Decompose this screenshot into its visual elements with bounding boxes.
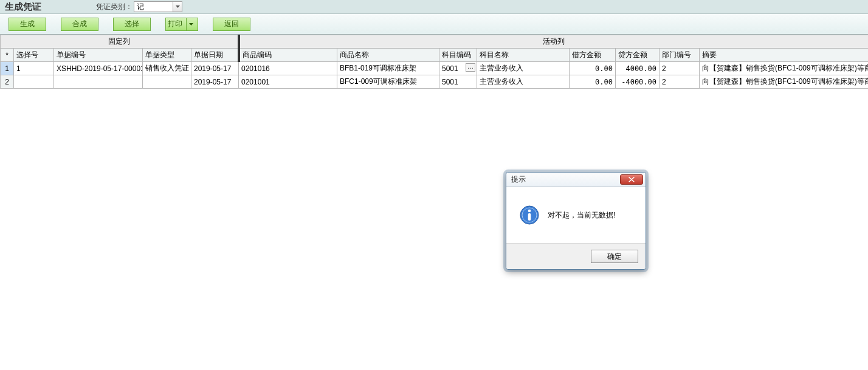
cell-credit[interactable]: -4000.00 (616, 75, 660, 89)
compose-button[interactable]: 合成 (61, 18, 98, 31)
col-product-name[interactable]: 商品名称 (337, 49, 439, 62)
group-active-header: 活动列 (239, 35, 868, 49)
cell-product-name[interactable]: BFB1-019可调标准床架 (337, 62, 439, 75)
back-button[interactable]: 返回 (213, 18, 250, 31)
cell-product-code[interactable]: 0201001 (239, 75, 337, 89)
col-account-name[interactable]: 科目名称 (477, 49, 570, 62)
cell-bill-type[interactable]: 销售收入凭证 (143, 62, 191, 75)
cell-dept-no[interactable]: 2 (660, 62, 700, 75)
cell-bill-no[interactable]: XSHHD-2019-05-17-00001 (54, 62, 143, 75)
col-debit[interactable]: 借方金额 (570, 49, 616, 62)
voucher-type-label: 凭证类别： (96, 2, 133, 12)
dialog-body: 对不起，当前无数据! (506, 187, 646, 244)
close-button[interactable] (620, 174, 643, 185)
cell-select-no[interactable] (14, 75, 54, 89)
group-header-row: 固定列 活动列 (1, 35, 869, 49)
chevron-down-icon[interactable] (173, 2, 182, 12)
cell-debit[interactable]: 0.00 (570, 75, 616, 89)
data-grid: 固定列 活动列 * 选择号 单据编号 单据类型 单据日期 商品编码 商品名称 科… (0, 35, 868, 89)
row-index[interactable]: 2 (1, 75, 14, 89)
ok-button[interactable]: 确定 (591, 250, 638, 263)
close-icon (629, 177, 635, 182)
cell-select-no[interactable]: 1 (14, 62, 54, 75)
cell-credit[interactable]: 4000.00 (616, 62, 660, 75)
group-fixed-header: 固定列 (1, 35, 239, 49)
dialog-titlebar[interactable]: 提示 (506, 173, 646, 187)
chevron-down-icon[interactable] (186, 18, 196, 30)
cell-dept-no[interactable]: 2 (660, 75, 700, 89)
generate-button[interactable]: 生成 (9, 18, 46, 31)
cell-product-code[interactable]: 0201016 (239, 62, 337, 75)
col-bill-date[interactable]: 单据日期 (191, 49, 239, 62)
cell-account-name[interactable]: 主营业务收入 (477, 75, 570, 89)
select-button[interactable]: 选择 (113, 18, 151, 31)
print-button[interactable]: 打印 (165, 18, 198, 31)
dialog-title-text: 提示 (511, 174, 620, 185)
cell-debit[interactable]: 0.00 (570, 62, 616, 75)
col-account-code[interactable]: 科目编码 (439, 49, 477, 62)
cell-account-code[interactable]: 5001 … (439, 62, 477, 75)
svg-point-2 (528, 210, 531, 213)
cell-bill-date[interactable]: 2019-05-17 (191, 75, 239, 89)
column-header-row: * 选择号 单据编号 单据类型 单据日期 商品编码 商品名称 科目编码 科目名称… (1, 49, 869, 62)
cell-product-name[interactable]: BFC1-009可调标准床架 (337, 75, 439, 89)
col-bill-type[interactable]: 单据类型 (143, 49, 191, 62)
table-row[interactable]: 2 2019-05-17 0201001 BFC1-009可调标准床架 5001… (1, 75, 869, 89)
col-credit[interactable]: 贷方金额 (616, 49, 660, 62)
corner-cell: * (1, 49, 14, 62)
col-dept-no[interactable]: 部门编号 (660, 49, 700, 62)
page-title: 生成凭证 (5, 1, 41, 13)
cell-bill-type[interactable] (143, 75, 191, 89)
cell-summary[interactable]: 向【贺建森】销售换货(BFC1-009可调标准床架)等商 (700, 75, 868, 89)
cell-bill-no[interactable] (54, 75, 143, 89)
cell-summary[interactable]: 向【贺建森】销售换货(BFC1-009可调标准床架)等商 (700, 62, 868, 75)
dialog-footer: 确定 (506, 244, 646, 269)
col-product-code[interactable]: 商品编码 (239, 49, 337, 62)
cell-bill-date[interactable]: 2019-05-17 (191, 62, 239, 75)
dialog-message: 对不起，当前无数据! (548, 210, 615, 221)
row-index[interactable]: 1 (1, 62, 14, 75)
message-dialog: 提示 对不起，当前无数据! 确定 (506, 172, 646, 270)
info-icon (520, 205, 539, 225)
cell-account-name[interactable]: 主营业务收入 (477, 62, 570, 75)
toolbar: 生成 合成 选择 打印 返回 (0, 14, 868, 35)
svg-rect-3 (528, 213, 531, 221)
cell-account-code-value: 5001 (442, 64, 458, 73)
ellipsis-button[interactable]: … (466, 63, 475, 72)
cell-account-code[interactable]: 5001 (439, 75, 477, 89)
table-row[interactable]: 1 1 XSHHD-2019-05-17-00001 销售收入凭证 2019-0… (1, 62, 869, 75)
col-summary[interactable]: 摘要 (700, 49, 868, 62)
voucher-type-value: 记 (134, 2, 173, 12)
print-button-label: 打印 (168, 19, 182, 29)
col-bill-no[interactable]: 单据编号 (54, 49, 143, 62)
voucher-type-select[interactable]: 记 (134, 1, 182, 12)
col-select-no[interactable]: 选择号 (14, 49, 54, 62)
header-bar: 生成凭证 凭证类别： 记 (0, 0, 868, 14)
